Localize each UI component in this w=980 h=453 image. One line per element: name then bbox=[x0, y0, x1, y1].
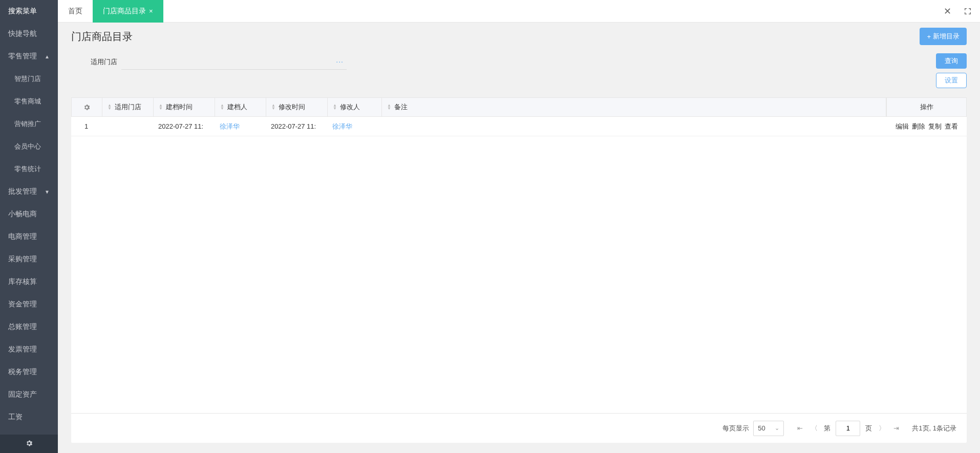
sort-icon: ▲▼ bbox=[387, 104, 391, 110]
sidebar-gl[interactable]: 总账管理 bbox=[0, 316, 58, 338]
table-panel: ▲▼ 适用门店 ▲▼ 建档时间 ▲▼ 建档人 ▲▼ 修改时间 bbox=[71, 97, 967, 443]
table-header: ▲▼ 适用门店 ▲▼ 建档时间 ▲▼ 建档人 ▲▼ 修改时间 bbox=[71, 97, 967, 117]
row-action-cell: 编辑 删除 复制 查看 bbox=[887, 117, 967, 136]
sidebar-settings[interactable] bbox=[0, 435, 58, 453]
sort-icon: ▲▼ bbox=[159, 104, 163, 110]
col-ctime-header[interactable]: ▲▼ 建档时间 bbox=[154, 98, 215, 116]
col-action-header: 操作 bbox=[886, 98, 966, 116]
pager-prefix: 第 bbox=[824, 424, 830, 433]
pager-next[interactable]: 〉 bbox=[877, 424, 886, 433]
search-button[interactable]: 查询 bbox=[936, 53, 967, 69]
content: 门店商品目录 + 新增目录 适用门店 ··· 查询 设置 bbox=[58, 23, 980, 453]
action-edit[interactable]: 编辑 bbox=[896, 122, 909, 131]
col-mtime-header[interactable]: ▲▼ 修改时间 bbox=[266, 98, 328, 116]
tab-close-icon[interactable]: × bbox=[149, 7, 153, 15]
tab-home[interactable]: 首页 bbox=[58, 0, 93, 23]
plus-icon: + bbox=[927, 33, 931, 40]
sidebar-ecommerce[interactable]: 电商管理 bbox=[0, 225, 58, 248]
row-remark-cell bbox=[381, 117, 887, 136]
sidebar-quick-nav[interactable]: 快捷导航 bbox=[0, 23, 58, 45]
pager-prev[interactable]: 〈 bbox=[809, 424, 819, 433]
sidebar-search[interactable]: 搜索菜单 bbox=[0, 0, 58, 23]
per-page-control: 每页显示 50 ⌄ bbox=[722, 421, 784, 436]
per-page-label: 每页显示 bbox=[722, 424, 749, 433]
col-remark-header[interactable]: ▲▼ 备注 bbox=[382, 98, 886, 116]
pager-suffix: 页 bbox=[865, 424, 872, 433]
sidebar-sub-smart-store[interactable]: 智慧门店 bbox=[0, 68, 58, 90]
filter-more-icon[interactable]: ··· bbox=[336, 57, 344, 66]
add-catalog-button[interactable]: + 新增目录 bbox=[920, 28, 967, 45]
action-delete[interactable]: 删除 bbox=[912, 122, 925, 131]
row-mtime-cell: 2022-07-27 11: bbox=[266, 117, 327, 136]
gear-icon bbox=[83, 104, 91, 111]
chevron-up-icon: ▲ bbox=[45, 54, 50, 59]
sidebar-fixed-asset[interactable]: 固定资产 bbox=[0, 383, 58, 406]
gear-icon bbox=[25, 439, 33, 449]
sidebar-sub-retail-mall[interactable]: 零售商城 bbox=[0, 90, 58, 113]
sort-icon: ▲▼ bbox=[333, 104, 337, 110]
sidebar-sub-retail-stat[interactable]: 零售统计 bbox=[0, 158, 58, 180]
sidebar-sub-member[interactable]: 会员中心 bbox=[0, 135, 58, 158]
chevron-down-icon: ▼ bbox=[45, 189, 50, 195]
chevron-down-icon: ⌄ bbox=[775, 425, 779, 431]
col-store-header[interactable]: ▲▼ 适用门店 bbox=[102, 98, 154, 116]
sidebar: 搜索菜单 快捷导航 零售管理 ▲ 智慧门店 零售商城 营销推广 会员中心 零售统… bbox=[0, 0, 58, 453]
main-area: 首页 门店商品目录 × ✕ 门店商品目录 + 新增目录 适用门店 bbox=[58, 0, 980, 453]
sidebar-sub-marketing[interactable]: 营销推广 bbox=[0, 113, 58, 135]
sidebar-procurement[interactable]: 采购管理 bbox=[0, 248, 58, 271]
page-title: 门店商品目录 bbox=[71, 30, 133, 44]
close-all-tabs-button[interactable]: ✕ bbox=[941, 5, 953, 17]
table-body: 1 2022-07-27 11: 徐泽华 2022-07-27 11: 徐泽华 … bbox=[71, 117, 967, 136]
filter-store-label: 适用门店 bbox=[71, 57, 117, 67]
col-cuser-header[interactable]: ▲▼ 建档人 bbox=[215, 98, 266, 116]
sidebar-salary[interactable]: 工资 bbox=[0, 406, 58, 428]
setting-button[interactable]: 设置 bbox=[936, 73, 967, 88]
sort-icon: ▲▼ bbox=[108, 104, 112, 110]
table-row[interactable]: 1 2022-07-27 11: 徐泽华 2022-07-27 11: 徐泽华 … bbox=[71, 117, 967, 136]
pager: ⇤ 〈 第 页 〉 ⇥ bbox=[795, 421, 901, 436]
sidebar-wholesale[interactable]: 批发管理 ▼ bbox=[0, 180, 58, 203]
pager-first[interactable]: ⇤ bbox=[795, 424, 804, 433]
tabbar: 首页 门店商品目录 × ✕ bbox=[58, 0, 980, 23]
pager-last[interactable]: ⇥ bbox=[891, 424, 901, 433]
pager-summary: 共1页, 1条记录 bbox=[912, 424, 956, 433]
row-ctime-cell: 2022-07-27 11: bbox=[153, 117, 215, 136]
table-footer: 每页显示 50 ⌄ ⇤ 〈 第 页 〉 ⇥ bbox=[71, 413, 967, 443]
sort-icon: ▲▼ bbox=[220, 104, 224, 110]
sidebar-invoice[interactable]: 发票管理 bbox=[0, 338, 58, 361]
row-store-cell bbox=[102, 117, 153, 136]
sidebar-retail-mgmt[interactable]: 零售管理 ▲ bbox=[0, 45, 58, 68]
row-muser-cell[interactable]: 徐泽华 bbox=[327, 117, 381, 136]
tab-store-goods-catalog[interactable]: 门店商品目录 × bbox=[93, 0, 163, 23]
sidebar-xc-ecommerce[interactable]: 小畅电商 bbox=[0, 203, 58, 225]
action-copy[interactable]: 复制 bbox=[928, 122, 942, 131]
col-muser-header[interactable]: ▲▼ 修改人 bbox=[328, 98, 382, 116]
column-settings[interactable] bbox=[72, 98, 102, 116]
row-index-cell: 1 bbox=[71, 117, 102, 136]
sort-icon: ▲▼ bbox=[271, 104, 275, 110]
row-cuser-cell[interactable]: 徐泽华 bbox=[215, 117, 266, 136]
sidebar-inventory[interactable]: 库存核算 bbox=[0, 271, 58, 293]
fullscreen-icon[interactable] bbox=[962, 5, 974, 17]
sidebar-tax[interactable]: 税务管理 bbox=[0, 361, 58, 383]
sidebar-fund[interactable]: 资金管理 bbox=[0, 293, 58, 316]
filter-store-input[interactable] bbox=[121, 53, 347, 70]
per-page-select[interactable]: 50 ⌄ bbox=[753, 421, 784, 436]
pager-page-input[interactable] bbox=[836, 421, 860, 436]
action-view[interactable]: 查看 bbox=[945, 122, 958, 131]
